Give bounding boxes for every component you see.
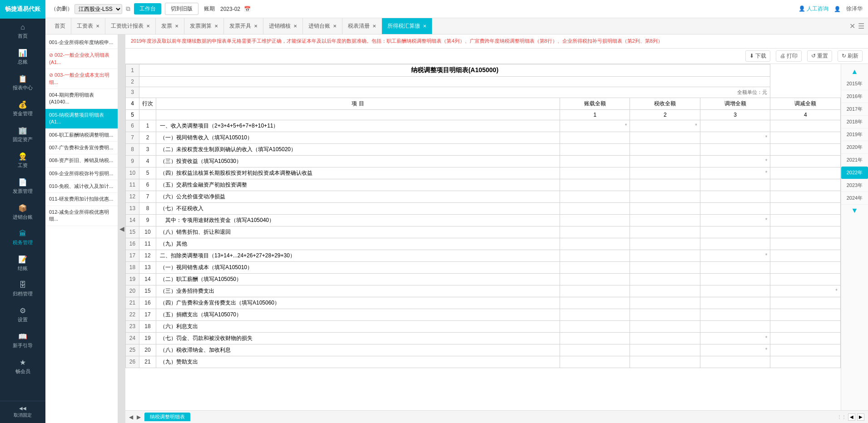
year-2018[interactable]: 2018年 — [841, 116, 868, 128]
topbar-right: 👤 人工咨询 👤 徐泽华 — [799, 5, 863, 13]
left-item-012[interactable]: 012-减免企业所得税优惠明细... — [45, 206, 118, 226]
refresh-button[interactable]: ↻ 刷新 — [838, 50, 863, 62]
tab-income-tax[interactable]: 所得税汇算缴 ✕ — [382, 18, 432, 34]
col-decrease: 调减全额 — [770, 98, 841, 109]
old-version-button[interactable]: 切到旧版 — [165, 3, 198, 15]
year-2021[interactable]: 2021年 — [841, 154, 868, 167]
left-item-009[interactable]: 009-企业所得税弥补亏损明... — [45, 167, 118, 180]
sidebar-item-reports[interactable]: 📋 报表中心 — [0, 70, 45, 96]
sidebar-bottom: ◀◀ 取消固定 — [0, 401, 45, 423]
left-item-011[interactable]: 011-研发费用加计扣除优惠... — [45, 193, 118, 206]
left-item-001[interactable]: 001-企业所得税年度纳税申... — [45, 36, 118, 49]
year-2016[interactable]: 2016年 — [841, 90, 868, 103]
tab-home-label: 首页 — [55, 22, 65, 30]
scroll-right-btn[interactable]: ▶ — [857, 413, 864, 421]
sheet-nav-right[interactable]: ▶ — [137, 414, 141, 420]
sidebar-item-label: 发票管理 — [13, 188, 33, 195]
sidebar-item-label: 报表中心 — [13, 84, 33, 91]
tab-invoice-label: 发票 — [161, 22, 172, 30]
left-item-003[interactable]: ⊘ 003-一般企业成本支出明细... — [45, 69, 118, 89]
year-2024[interactable]: 2024年 — [841, 192, 868, 205]
left-item-005[interactable]: 005-纳税调整项目明细表(A1... — [45, 109, 118, 129]
home-icon: ⌂ — [20, 23, 25, 31]
table-sub-header-row: 5 1 2 3 4 — [126, 109, 841, 120]
tab-home[interactable]: 首页 — [49, 18, 71, 34]
year-2015[interactable]: 2015年 — [841, 78, 868, 90]
left-item-007[interactable]: 007-广告费和业务宣传费明... — [45, 142, 118, 154]
tab-sales-ledger-label: 进销台账 — [308, 22, 330, 30]
sheet-nav-left[interactable]: ◀ — [129, 414, 133, 420]
sidebar-item-finance[interactable]: 💰 资金管理 — [0, 96, 45, 122]
reset-button[interactable]: ↺ 重置 — [807, 50, 832, 62]
tab-income-tax-close[interactable]: ✕ — [423, 24, 427, 29]
print-button[interactable]: 🖨 打印 — [776, 50, 802, 62]
sidebar-item-sales[interactable]: 📦 进销台账 — [0, 199, 45, 225]
sidebar-item-close[interactable]: 📝 结账 — [0, 251, 45, 276]
bottom-sheet-tab[interactable]: 纳税调整明细表 — [144, 413, 190, 421]
tab-invoice-calc[interactable]: 发票测算 ✕ — [184, 18, 224, 34]
tab-invoice-open-close[interactable]: ✕ — [254, 24, 258, 29]
tab-sales-audit[interactable]: 进销稽核 ✕ — [263, 18, 303, 34]
unpin-icon: ◀◀ — [19, 406, 26, 411]
sidebar-item-home[interactable]: ⌂ 首页 — [0, 19, 45, 44]
table-row: 24 19 （七）罚金、罚款和被没收财物的损失 * — [126, 332, 841, 344]
close-icon: 📝 — [18, 255, 27, 264]
tab-payroll-stat[interactable]: 工资统计报表 ✕ — [105, 18, 156, 34]
year-2020[interactable]: 2020年 — [841, 141, 868, 154]
company-dropdown[interactable]: 江西股业-LSS — [74, 4, 122, 14]
tab-invoice[interactable]: 发票 ✕ — [156, 18, 184, 34]
tab-close-all[interactable]: ✕ — [849, 22, 855, 30]
tab-payroll-stat-close[interactable]: ✕ — [146, 24, 150, 29]
year-scroll-up[interactable]: ▲ — [849, 66, 860, 78]
year-2023[interactable]: 2023年 — [841, 179, 868, 192]
sidebar-item-label: 总账 — [18, 59, 28, 65]
content-area: 001-企业所得税年度纳税申... ⊘ 002-一般企业收入明细表(A1... … — [45, 34, 868, 423]
sidebar-item-label: 畅会员 — [15, 368, 30, 375]
tab-menu[interactable]: ☰ — [858, 22, 864, 30]
tab-tax-clear-close[interactable]: ✕ — [372, 24, 376, 29]
scroll-left-btn[interactable]: ◀ — [848, 413, 855, 421]
sidebar-item-member[interactable]: ★ 畅会员 — [0, 354, 45, 379]
tab-invoice-calc-close[interactable]: ✕ — [214, 24, 218, 29]
sidebar-item-ledger[interactable]: 📊 总账 — [0, 44, 45, 70]
year-scroll-down[interactable]: ▼ — [849, 205, 860, 216]
toolbar: ⬇ 下载 🖨 打印 ↺ 重置 ↻ 刷新 — [125, 49, 868, 64]
year-2022[interactable]: 2022年 — [841, 167, 868, 179]
sidebar-item-assets[interactable]: 🏢 固定资产 — [0, 122, 45, 148]
col-increase: 调增全额 — [700, 98, 770, 109]
sidebar-item-tax[interactable]: 🏛 税务管理 — [0, 225, 45, 251]
sidebar-item-payroll[interactable]: 👷 工资 — [0, 148, 45, 173]
support-link[interactable]: 👤 人工咨询 — [799, 5, 828, 13]
tab-sales-ledger-close[interactable]: ✕ — [333, 24, 337, 29]
tab-payroll-close[interactable]: ✕ — [96, 24, 99, 29]
left-item-004[interactable]: 004-期间费用明细表(A1040... — [45, 89, 118, 109]
sidebar-item-label: 税务管理 — [13, 239, 33, 246]
sidebar-item-guide[interactable]: 📖 新手引导 — [0, 328, 45, 354]
tab-invoice-open[interactable]: 发票开具 ✕ — [224, 18, 263, 34]
tab-sales-ledger[interactable]: 进销台账 ✕ — [303, 18, 342, 34]
row-number: 3 — [126, 87, 139, 98]
table-container: 1 纳税调整项目明细表(A105000) 2 3 全额单位 — [125, 64, 841, 410]
download-button[interactable]: ⬇ 下载 — [745, 50, 770, 62]
sidebar-item-archive[interactable]: 🗄 归档管理 — [0, 276, 45, 302]
sidebar-item-invoice[interactable]: 📄 发票管理 — [0, 173, 45, 199]
workspace-button[interactable]: 工作台 — [134, 3, 161, 15]
left-item-002[interactable]: ⊘ 002-一般企业收入明细表(A1... — [45, 49, 118, 69]
sidebar-item-label: 固定资产 — [13, 136, 33, 143]
left-item-006[interactable]: 006-职工薪酬纳税调整明细... — [45, 129, 118, 142]
tab-tax-clear[interactable]: 税表清册 ✕ — [342, 18, 382, 34]
left-item-008[interactable]: 008-资产折旧、摊销及纳税... — [45, 154, 118, 167]
user-name[interactable]: 徐泽华 — [846, 5, 863, 13]
tab-sales-audit-close[interactable]: ✕ — [293, 24, 297, 29]
tax-icon: 🏛 — [19, 230, 26, 238]
sidebar-unpin-btn[interactable]: ◀◀ 取消固定 — [0, 401, 45, 423]
tab-invoice-close[interactable]: ✕ — [175, 24, 179, 29]
left-item-010[interactable]: 010-免税、减计收入及加计... — [45, 180, 118, 193]
finance-icon: 💰 — [18, 100, 27, 109]
year-2019[interactable]: 2019年 — [841, 128, 868, 141]
panel-toggle[interactable]: ◀ — [118, 34, 125, 423]
sidebar-item-settings[interactable]: ⚙ 设置 — [0, 302, 45, 328]
year-2017[interactable]: 2017年 — [841, 103, 868, 116]
row-number: 2 — [126, 76, 139, 87]
tab-payroll[interactable]: 工资表 ✕ — [71, 18, 105, 34]
